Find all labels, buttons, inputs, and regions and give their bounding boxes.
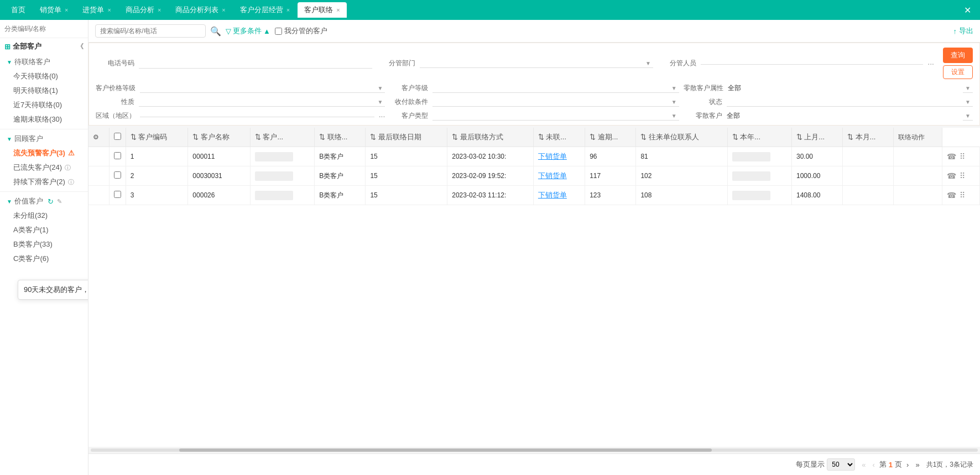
col-checkbox[interactable]	[109, 128, 126, 147]
refresh-icon[interactable]: ↻	[48, 197, 54, 206]
tab-home[interactable]: 首页	[4, 2, 32, 18]
customer-type-select[interactable]: ▼	[432, 112, 679, 121]
tab-customer-contact[interactable]: 客户联络 ×	[298, 2, 346, 18]
tab-purchase-close[interactable]: ×	[107, 7, 111, 13]
row-code-0: 000011	[188, 147, 251, 166]
sidebar-search-input[interactable]	[4, 25, 87, 33]
action-contact-icon-1[interactable]: ☎	[947, 171, 956, 180]
sidebar-item-lost-warning[interactable]: 流失预警客户(3) ⚠	[0, 146, 88, 160]
dept-select[interactable]: ▼	[420, 59, 653, 68]
row-checkbox-1[interactable]	[114, 171, 121, 179]
value-section-label: 价值客户	[14, 196, 43, 206]
payment-select[interactable]: ▼	[432, 98, 679, 107]
gender-select[interactable]: ▼	[139, 98, 385, 107]
sort-icon6: ⇅	[452, 133, 458, 141]
tab-purchase[interactable]: 进货单 ×	[76, 2, 117, 18]
settings-button[interactable]: 设置	[943, 65, 973, 79]
person-dots-icon[interactable]: ···	[927, 59, 934, 68]
filter-region-field: 区域（地区） ···	[96, 111, 385, 121]
row-checkbox-cell-1[interactable]	[109, 166, 126, 186]
sidebar-item-ungroup[interactable]: 未分组(32)	[0, 208, 88, 223]
tab-customer-contact-close[interactable]: ×	[336, 7, 340, 13]
action-more-icon-1[interactable]: ⠿	[960, 171, 965, 180]
action-more-icon-2[interactable]: ⠿	[960, 191, 965, 200]
sidebar-item-already-lost[interactable]: 已流失客户(24) ⓘ	[0, 160, 88, 175]
tab-sales-close[interactable]: ×	[65, 7, 68, 13]
last-method-link-0[interactable]: 下销货单	[538, 152, 567, 160]
retail-customer-select[interactable]: ▼	[963, 112, 973, 121]
col-last-method: ⇅ 最后联络方式	[447, 128, 534, 147]
customer-level-chevron: ▼	[671, 85, 677, 91]
table-container: ⚙ ⇅ 客户编码 ⇅ 客户名称 ⇅ 客户... ⇅ 联络... ⇅ 最后联络日期…	[88, 128, 980, 447]
pending-contact-section[interactable]: ▼ 待联络客户	[0, 55, 88, 69]
action-contact-icon-2[interactable]: ☎	[947, 191, 956, 200]
prev-page-btn[interactable]: ‹	[870, 461, 877, 469]
query-button[interactable]: 查询	[943, 48, 973, 63]
more-conditions-btn[interactable]: ▽ 更多条件 ▲	[226, 26, 270, 36]
export-btn[interactable]: ↑ 导出	[953, 26, 974, 36]
retail-customer-chevron: ▼	[965, 113, 971, 119]
person-select[interactable]	[701, 62, 923, 65]
row-checkbox-cell-0[interactable]	[109, 147, 126, 166]
action-contact-icon-0[interactable]: ☎	[947, 152, 956, 161]
last-method-link-1[interactable]: 下销货单	[538, 171, 567, 180]
tab-analysis[interactable]: 商品分析 ×	[119, 2, 168, 18]
sidebar-item-a-class[interactable]: A类客户(1)	[0, 223, 88, 237]
tab-sales[interactable]: 销货单 ×	[33, 2, 75, 18]
price-level-select[interactable]: ▼	[140, 84, 385, 93]
col-settings[interactable]: ⚙	[88, 128, 109, 147]
first-page-btn[interactable]: «	[859, 461, 868, 469]
lost-section[interactable]: ▼ 回顾客户	[0, 132, 88, 146]
phone-input[interactable]	[139, 58, 372, 69]
row-last-method-0[interactable]: 下销货单	[533, 147, 585, 166]
edit-icon[interactable]: ✎	[57, 198, 62, 205]
my-customers-check[interactable]: 我分管的客户	[275, 26, 327, 36]
select-all-checkbox[interactable]	[114, 133, 121, 140]
all-customers-label: 全部客户	[13, 41, 41, 51]
last-page-btn[interactable]: »	[913, 461, 921, 469]
tab-analysis-close[interactable]: ×	[158, 7, 161, 13]
sidebar-item-b-class[interactable]: B类客户(33)	[0, 237, 88, 252]
row-seq-2: 3	[126, 186, 188, 205]
row-name-2	[251, 186, 315, 205]
all-customers-header[interactable]: ⊞ 全部客户 《	[0, 38, 88, 55]
sidebar-item-today[interactable]: 今天待联络(0)	[0, 69, 88, 83]
region-select[interactable]	[140, 114, 374, 117]
sidebar-item-overdue[interactable]: 逾期未联络(30)	[0, 112, 88, 127]
next-page-btn[interactable]: ›	[904, 461, 911, 469]
row-code-2: 000026	[188, 186, 251, 205]
row-checkbox-cell-2[interactable]	[109, 186, 126, 205]
sort-icon5: ⇅	[370, 133, 376, 141]
row-checkbox-2[interactable]	[114, 191, 121, 198]
tab-analysis-list[interactable]: 商品分析列表 ×	[169, 2, 232, 18]
row-checkbox-0[interactable]	[114, 152, 121, 159]
search-input[interactable]	[95, 24, 206, 38]
last-method-link-2[interactable]: 下销货单	[538, 191, 567, 199]
pagination-bar: 每页显示 50 100 200 « ‹ 第 1 页 › » 共1页，3条记录	[88, 453, 980, 475]
horizontal-scrollbar[interactable]	[88, 447, 980, 453]
my-customers-checkbox[interactable]	[275, 28, 282, 35]
row-last-method-1[interactable]: 下销货单	[533, 166, 585, 186]
per-page-select[interactable]: 50 100 200	[827, 458, 855, 471]
sidebar-item-tomorrow[interactable]: 明天待联络(1)	[0, 83, 88, 98]
action-more-icon-0[interactable]: ⠿	[960, 152, 965, 161]
sidebar-item-declining[interactable]: 持续下滑客户(2) ⓘ	[0, 175, 88, 189]
row-last-method-2[interactable]: 下销货单	[533, 186, 585, 205]
sidebar-search-area: 🔍	[0, 20, 88, 38]
tab-analysis-list-close[interactable]: ×	[222, 7, 225, 13]
collapse-icon[interactable]: 《	[77, 42, 84, 51]
search-button[interactable]: 🔍	[210, 26, 221, 36]
customer-level-select[interactable]: ▼	[432, 84, 679, 93]
window-close-icon[interactable]: ✕	[960, 5, 976, 15]
tab-customer-tier[interactable]: 客户分层经营 ×	[233, 2, 296, 18]
value-section[interactable]: ▼ 价值客户 ↻ ✎	[0, 194, 88, 208]
status-select[interactable]: ▼	[727, 98, 973, 107]
tab-customer-tier-close[interactable]: ×	[286, 7, 290, 13]
arrow-down-icon: ▼	[7, 59, 12, 65]
filter-status-field: 状态 ▼	[684, 97, 973, 107]
scroll-thumb[interactable]	[179, 448, 711, 452]
sidebar-item-7days[interactable]: 近7天待联络(0)	[0, 98, 88, 112]
region-dots-icon[interactable]: ···	[379, 112, 385, 121]
sidebar-item-c-class[interactable]: C类客户(6)	[0, 252, 88, 266]
retail-attr-select[interactable]: ▼	[963, 84, 973, 93]
